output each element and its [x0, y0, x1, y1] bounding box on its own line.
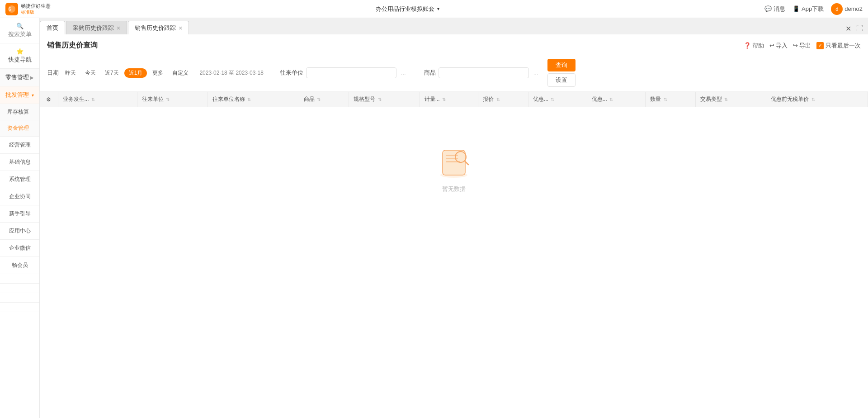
partner-filter-label: 往来单位	[280, 69, 303, 77]
sidebar-item-shortcut[interactable]: ⭐ 快捷导航	[0, 43, 39, 69]
tab-sales-close[interactable]: ×	[179, 25, 182, 31]
sidebar-item-member[interactable]	[0, 303, 39, 312]
main-layout: 🔍 搜索菜单 ⭐ 快捷导航 零售管理 ▶ 批发管理 ▾ 库存核算 资金管理 经营…	[0, 18, 868, 418]
partner-filter-input[interactable]	[306, 67, 396, 78]
goods-filter-input[interactable]	[439, 67, 529, 78]
col-partner-code[interactable]: 往来单位 ⇅	[137, 92, 208, 107]
top-bar: 6 畅捷信好生意 标准版 办公用品行业模拟账套 ▾ 💬 消息 📱 App下载 d…	[0, 0, 868, 18]
tab-sales[interactable]: 销售历史价跟踪 ×	[128, 21, 189, 34]
svg-point-9	[458, 154, 464, 160]
date-btn-7days[interactable]: 近7天	[101, 68, 123, 78]
empty-icon	[431, 143, 476, 180]
fullscreen-button[interactable]: ⛶	[855, 24, 864, 33]
export-icon: ↪	[793, 42, 798, 49]
tab-bar: 首页 采购历史价跟踪 × 销售历史价跟踪 × ✕ ⛶	[40, 18, 868, 34]
top-bar-left: 6 畅捷信好生意 标准版	[5, 3, 51, 15]
data-table: ⚙ 业务发生... ⇅ 往来单位 ⇅ 往来单位名称 ⇅ 商品 ⇅ 规格型号 ⇅ …	[40, 92, 868, 107]
query-button[interactable]: 查询	[547, 59, 576, 71]
sidebar-item-ecommerce[interactable]: 经营管理	[0, 137, 39, 154]
sidebar-item-weixin[interactable]	[0, 293, 39, 303]
svg-rect-6	[446, 158, 458, 159]
sidebar-label-wholesale: 批发管理	[5, 91, 29, 99]
sidebar-item-marketing[interactable]: 库存核算	[0, 104, 39, 120]
sidebar-item-system[interactable]: 企业微信	[0, 240, 39, 257]
tab-home[interactable]: 首页	[40, 21, 65, 34]
date-btn-1month[interactable]: 近1月	[124, 68, 147, 78]
user-menu-button[interactable]: d demo2	[831, 3, 863, 15]
logo-text: 畅捷信好生意 标准版	[21, 3, 51, 15]
search-icon: 🔍	[16, 23, 24, 29]
sidebar-item-sales-mgmt[interactable]: 资金管理	[0, 120, 39, 137]
date-btn-today[interactable]: 今天	[81, 68, 99, 78]
sidebar-item-retail[interactable]: 零售管理 ▶	[0, 69, 39, 86]
col-settings[interactable]: ⚙	[40, 92, 58, 107]
tab-bar-right: ✕ ⛶	[844, 24, 868, 34]
sidebar-item-purchase[interactable]: 基础信息	[0, 154, 39, 171]
date-filter-group: 日期 昨天 今天 近7天 近1月 更多 自定义	[47, 68, 192, 78]
col-quote[interactable]: 报价 ⇅	[478, 92, 528, 107]
sidebar-item-finance[interactable]: 企业协同	[0, 188, 39, 205]
sidebar-item-enterprise[interactable]: 畅会员	[0, 257, 39, 274]
col-partner-name[interactable]: 往来单位名称 ⇅	[208, 92, 299, 107]
chevron-down-icon: ▾	[32, 93, 34, 98]
sidebar-item-inventory[interactable]: 系统管理	[0, 171, 39, 188]
close-tab-button[interactable]: ✕	[844, 24, 853, 33]
import-icon: ↩	[769, 42, 774, 49]
col-unit[interactable]: 计量... ⇅	[420, 92, 478, 107]
top-bar-center[interactable]: 办公用品行业模拟账套 ▾	[376, 5, 439, 13]
tab-purchase[interactable]: 采购历史价跟踪 ×	[66, 21, 127, 34]
col-biz-date[interactable]: 业务发生... ⇅	[58, 92, 137, 107]
goods-dots: ...	[533, 70, 538, 76]
table-container: ⚙ 业务发生... ⇅ 往来单位 ⇅ 往来单位名称 ⇅ 商品 ⇅ 规格型号 ⇅ …	[40, 92, 868, 418]
partner-dots: ...	[401, 70, 406, 76]
top-bar-right: 💬 消息 📱 App下载 d demo2	[764, 3, 863, 15]
col-spec[interactable]: 规格型号 ⇅	[349, 92, 420, 107]
date-btn-yesterday[interactable]: 昨天	[61, 68, 80, 78]
sidebar-item-search[interactable]: 🔍 搜索菜单	[0, 18, 39, 43]
col-goods[interactable]: 商品 ⇅	[299, 92, 349, 107]
logo-area: 6 畅捷信好生意 标准版	[5, 3, 51, 15]
star-icon: ⭐	[16, 48, 24, 55]
date-buttons: 昨天 今天 近7天 近1月 更多 自定义	[61, 68, 192, 78]
import-button[interactable]: ↩ 导入	[769, 42, 788, 50]
current-suite-label: 办公用品行业模拟账套	[376, 5, 434, 13]
date-range-display: 2023-02-18 至 2023-03-18	[199, 69, 263, 77]
empty-text: 暂无数据	[442, 185, 466, 193]
col-discount1[interactable]: 优惠... ⇅	[528, 92, 587, 107]
app-icon: 📱	[793, 5, 800, 12]
filter-actions: 查询 设置	[547, 59, 576, 87]
sidebar-item-basic[interactable]: 应用中心	[0, 223, 39, 240]
partner-filter-group: 往来单位 ...	[280, 67, 408, 78]
date-filter-label: 日期	[47, 69, 59, 77]
app-download-button[interactable]: 📱 App下载	[793, 5, 824, 13]
sidebar-item-wholesale[interactable]: 批发管理 ▾	[0, 86, 39, 104]
empty-state: 暂无数据	[40, 107, 868, 229]
col-qty[interactable]: 数量 ⇅	[646, 92, 696, 107]
logo-icon: 6	[5, 3, 18, 15]
help-button[interactable]: ❓ 帮助	[744, 42, 764, 50]
sidebar-sub-wholesale: 库存核算 资金管理	[0, 104, 39, 137]
goods-filter-label: 商品	[424, 69, 436, 77]
date-btn-more[interactable]: 更多	[149, 68, 167, 78]
sidebar-item-newbie[interactable]	[0, 274, 39, 284]
col-trade-type[interactable]: 交易类型 ⇅	[696, 92, 766, 107]
page-actions: ❓ 帮助 ↩ 导入 ↪ 导出 只看最后一次	[744, 42, 861, 50]
only-last-checkbox[interactable]: 只看最后一次	[816, 42, 861, 50]
message-icon: 💬	[764, 5, 772, 12]
col-pretax-price[interactable]: 优惠前无税单价 ⇅	[766, 92, 868, 107]
suite-dropdown-arrow[interactable]: ▾	[437, 6, 439, 11]
sidebar-item-appcenter[interactable]	[0, 284, 39, 293]
settings-button[interactable]: 设置	[547, 73, 576, 87]
tab-purchase-close[interactable]: ×	[117, 25, 120, 31]
message-button[interactable]: 💬 消息	[764, 5, 785, 13]
date-btn-custom[interactable]: 自定义	[169, 68, 192, 78]
svg-text:6: 6	[9, 7, 11, 12]
page-header: 销售历史价查询 ❓ 帮助 ↩ 导入 ↪ 导出 只看最后一次	[40, 34, 868, 54]
sidebar-item-operations[interactable]: 新手引导	[0, 205, 39, 223]
col-discount2[interactable]: 优惠... ⇅	[587, 92, 646, 107]
content-area: 首页 采购历史价跟踪 × 销售历史价跟踪 × ✕ ⛶ 销售历史价查询 ❓ 帮助	[40, 18, 868, 418]
export-button[interactable]: ↪ 导出	[793, 42, 811, 50]
table-header-row: ⚙ 业务发生... ⇅ 往来单位 ⇅ 往来单位名称 ⇅ 商品 ⇅ 规格型号 ⇅ …	[40, 92, 868, 107]
page-title: 销售历史价查询	[47, 41, 98, 50]
help-icon: ❓	[744, 42, 751, 49]
